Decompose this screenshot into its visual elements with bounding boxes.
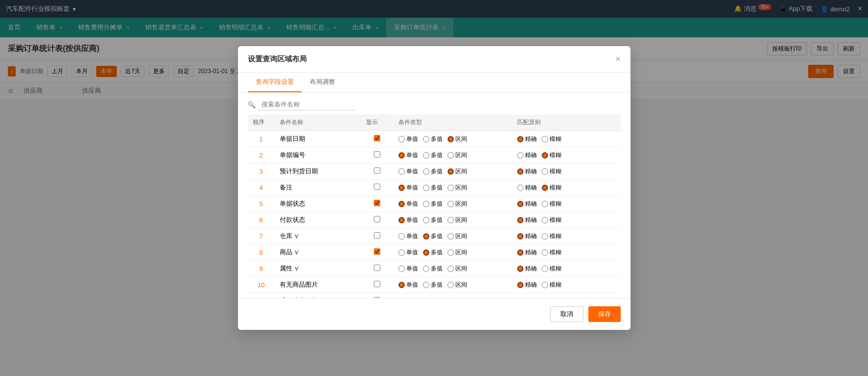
- tab-query-fields[interactable]: 查询字段设置: [248, 73, 302, 92]
- modal-title: 设置查询区域布局: [248, 54, 307, 64]
- tab-layout-adjust[interactable]: 布局调整: [302, 73, 343, 92]
- modal-search-row: 🔍: [238, 93, 631, 100]
- settings-modal: 设置查询区域布局 × 查询字段设置 布局调整 🔍 顺序 条件名称 显示 条件类型: [238, 46, 631, 100]
- modal-tabs: 查询字段设置 布局调整: [238, 73, 631, 93]
- modal-overlay: 设置查询区域布局 × 查询字段设置 布局调整 🔍 顺序 条件名称 显示 条件类型: [0, 0, 868, 100]
- modal-header: 设置查询区域布局 ×: [238, 46, 631, 73]
- modal-close-btn[interactable]: ×: [615, 54, 621, 64]
- condition-search-input[interactable]: [258, 99, 356, 100]
